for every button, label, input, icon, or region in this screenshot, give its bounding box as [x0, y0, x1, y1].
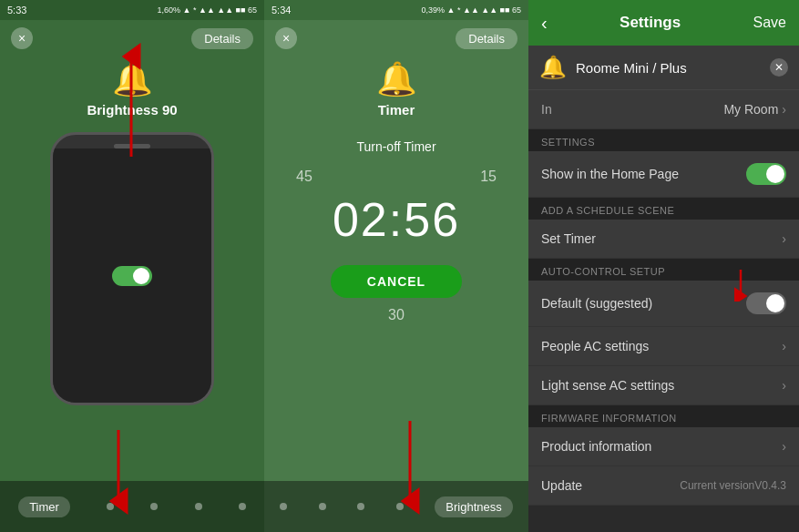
screen1-header: × Details — [0, 20, 264, 53]
product-info-row[interactable]: Product information › — [528, 427, 799, 466]
people-ac-label: People AC settings — [541, 339, 649, 353]
bottom-nav-1: Timer — [0, 481, 264, 532]
turn-off-label: Turn-off Timer — [356, 139, 435, 154]
bell-icon-2: 🔔 — [376, 60, 417, 98]
nav-brightness[interactable]: Brightness — [435, 496, 512, 517]
device-name-row: 🔔 ✕ — [528, 46, 799, 90]
settings-header: ‹ Settings Save — [528, 0, 799, 46]
light-sense-chevron-icon: › — [782, 378, 786, 393]
in-value: My Room › — [723, 102, 786, 117]
time-left: 5:33 — [7, 5, 26, 15]
timer-numbers-row: 45 15 — [296, 169, 497, 185]
phone-mockup-1 — [50, 132, 214, 405]
product-info-label: Product information — [541, 439, 651, 454]
close-button-2[interactable]: × — [275, 27, 297, 49]
nav-dot4 — [239, 503, 246, 510]
settings-section-header: SETTINGS — [528, 129, 799, 151]
left-panel: 5:33 1,60% ▲ * ▲▲ ▲▲ ■■ 65 5:34 0,39% ▲ … — [0, 0, 528, 532]
timer-left-num: 45 — [296, 169, 312, 185]
right-panel: ‹ Settings Save 🔔 ✕ In My Room › SETTING… — [528, 0, 799, 532]
nav-dot7 — [357, 503, 364, 510]
back-button[interactable]: ‹ — [541, 13, 548, 34]
nav-dot8 — [396, 503, 404, 510]
settings-body: 🔔 ✕ In My Room › SETTINGS Show in the Ho… — [528, 46, 799, 532]
people-ac-chevron-icon: › — [782, 339, 786, 353]
device-name-input[interactable] — [576, 60, 761, 76]
nav-dot6 — [319, 503, 326, 510]
default-suggested-label: Default (suggested) — [541, 296, 652, 311]
set-timer-row[interactable]: Set Timer › — [528, 220, 799, 259]
set-timer-chevron-icon: › — [782, 231, 786, 246]
icons-left: 1,60% ▲ * ▲▲ ▲▲ ■■ 65 — [158, 5, 257, 15]
red-arrow-toggle — [695, 265, 750, 302]
device-bell-icon: 🔔 — [539, 55, 567, 80]
set-timer-label: Set Timer — [541, 231, 596, 246]
bell-icon-1: 🔔 — [112, 60, 153, 98]
nav-dot3 — [195, 503, 202, 510]
product-info-chevron-icon: › — [782, 439, 786, 454]
default-suggested-row: Default (suggested) — [528, 281, 799, 327]
nav-timer[interactable]: Timer — [18, 496, 70, 517]
update-value: Current versionV0.4.3 — [680, 479, 786, 492]
close-button-1[interactable]: × — [11, 27, 33, 49]
screen2-title: Timer — [378, 102, 415, 118]
auto-control-header: AUTO-CONTROL SETUP — [528, 259, 799, 281]
screen2-header: × Details — [264, 20, 528, 53]
show-in-home-toggle[interactable] — [746, 163, 786, 185]
show-in-home-row: Show in the Home Page — [528, 151, 799, 198]
timer-right-num: 15 — [480, 169, 497, 185]
update-row: Update Current versionV0.4.3 — [528, 466, 799, 506]
in-label: In — [541, 102, 552, 117]
timer-bottom-num: 30 — [388, 307, 405, 323]
details-button-2[interactable]: Details — [456, 28, 517, 49]
save-button[interactable]: Save — [753, 15, 786, 31]
people-ac-row[interactable]: People AC settings › — [528, 327, 799, 366]
phone-screen-1 — [53, 148, 211, 403]
settings-title: Settings — [620, 14, 681, 32]
firmware-header: FIRMWARE INFORMATION — [528, 405, 799, 427]
brightness-screen: × Details 🔔 Brightness 90 Timer — [0, 20, 264, 532]
screens-area: × Details 🔔 Brightness 90 Timer — [0, 20, 528, 532]
time-right: 5:34 — [271, 5, 291, 15]
timer-screen: × Details 🔔 Timer Turn-off Timer 45 15 0… — [264, 20, 528, 532]
in-row: In My Room › — [528, 90, 799, 129]
cancel-button[interactable]: CANCEL — [331, 265, 462, 298]
screen1-title: Brightness 90 — [87, 102, 177, 118]
light-sense-label: Light sense AC settings — [541, 378, 674, 393]
details-button-1[interactable]: Details — [191, 28, 253, 49]
mini-toggle-1[interactable] — [112, 266, 152, 286]
status-bar-left: 5:33 1,60% ▲ * ▲▲ ▲▲ ■■ 65 — [0, 0, 264, 20]
default-suggested-toggle[interactable] — [746, 292, 786, 314]
status-bar-right: 5:34 0,39% ▲ * ▲▲ ▲▲ ■■ 65 — [264, 0, 528, 20]
show-in-home-label: Show in the Home Page — [541, 167, 679, 181]
nav-dot2 — [150, 503, 158, 510]
status-bars: 5:33 1,60% ▲ * ▲▲ ▲▲ ■■ 65 5:34 0,39% ▲ … — [0, 0, 528, 20]
clear-name-button[interactable]: ✕ — [770, 58, 788, 77]
update-label: Update — [541, 478, 582, 493]
icons-right: 0,39% ▲ * ▲▲ ▲▲ ■■ 65 — [422, 5, 521, 15]
bottom-nav-2: Brightness — [264, 481, 528, 532]
in-chevron-icon: › — [782, 102, 786, 117]
nav-dot — [107, 503, 114, 510]
nav-dot5 — [280, 503, 287, 510]
schedule-scene-header: ADD A SCHEDULE SCENE — [528, 198, 799, 220]
light-sense-row[interactable]: Light sense AC settings › — [528, 366, 799, 405]
timer-display: 02:56 — [333, 192, 460, 247]
